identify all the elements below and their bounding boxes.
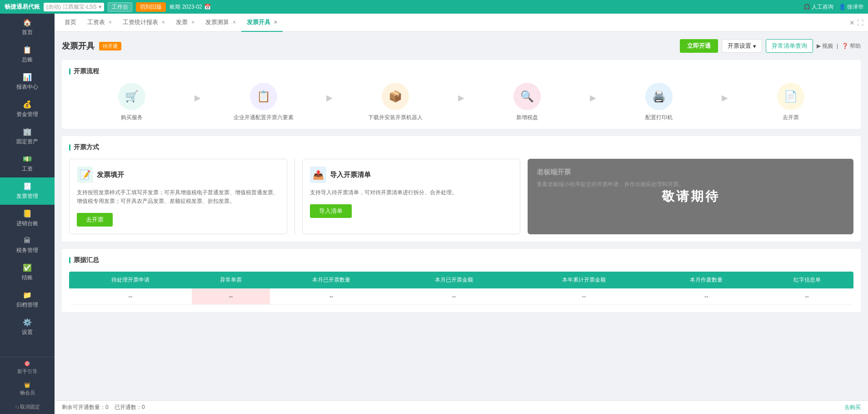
sidebar-item-archive[interactable]: 📁 归档管理 — [0, 286, 55, 313]
archive-icon: 📁 — [23, 291, 32, 299]
tab-invoice-calc[interactable]: 发票测算 × — [200, 14, 241, 32]
sidebar-label-home: 首页 — [22, 29, 33, 36]
sidebar-label-tax: 税务管理 — [16, 247, 38, 254]
sidebar-label-assets: 固定资产 — [16, 138, 38, 146]
billing-methods-section: 开票方式 📝 发票填开 支持按照发票样式手工填写开发票；可开具增值税电子普通发票… — [62, 136, 861, 242]
headset-icon: 🎧 — [803, 4, 810, 10]
sidebar-item-funds[interactable]: 💰 资金管理 — [0, 96, 55, 123]
assets-icon: 🏢 — [23, 127, 32, 136]
sidebar-item-member[interactable]: 👑 畅会员 — [0, 379, 55, 400]
customer-service-btn[interactable]: 🎧 人工咨询 — [803, 3, 833, 11]
settings-icon: ⚙️ — [23, 318, 32, 327]
manual-invoice-title: 发票填开 — [97, 171, 124, 179]
cell-void-count: -- — [653, 288, 760, 305]
tab-payroll-report[interactable]: 工资统计报表 × — [117, 14, 170, 32]
salary-icon: 💵 — [23, 155, 32, 163]
import-invoice-desc: 支持导入待开票清单，可对待开票清单进行拆分、合并处理。 — [310, 188, 513, 197]
col-red-note: 红字信息单 — [760, 272, 853, 288]
sidebar-item-home[interactable]: 🏠 首页 — [0, 14, 55, 41]
boss-terminal-card: 老板端开票 查看老板端小程序提交的开票申请，并作出相应处理和开票。 敬请期待 — [528, 159, 853, 234]
col-void-count: 本月作废数量 — [653, 272, 760, 288]
col-abnormal: 异常单票 — [192, 272, 270, 288]
avatar-icon: 👤 — [839, 4, 846, 10]
tab-invoice-issue[interactable]: 发票开具 × — [241, 14, 283, 32]
sidebar-label-salary: 工资 — [22, 165, 33, 173]
tab-invoice[interactable]: 发票 × — [170, 14, 200, 32]
sidebar-item-salary[interactable]: 💵 工资 — [0, 150, 55, 177]
buy-service-icon[interactable]: 🛒 — [118, 83, 145, 110]
taxbox-icon[interactable]: 🔍 — [514, 83, 541, 110]
sidebar-label-purchase-ledger: 进销台账 — [16, 220, 38, 227]
sidebar-unpin-btn[interactable]: ↑↓取消固定 — [0, 400, 55, 414]
close-tab-invoice-issue[interactable]: × — [274, 19, 277, 25]
manual-invoice-desc: 支持按照发票样式手工填写开发票；可开具增值税电子普通发票、增值税普通发票、增值税… — [77, 188, 279, 206]
stats-table: 待处理开票申请 异常单票 本月已开票数量 本月已开票金额 本年累计开票金额 本月… — [69, 272, 853, 305]
bottom-bar: 剩余可开通数量：0 已开通数：0 去购买 — [55, 400, 868, 414]
restore-tabs-btn[interactable]: ⛶ — [857, 19, 863, 26]
guide-icon: 🎯 — [24, 361, 30, 367]
import-invoice-title: 导入开票清单 — [330, 171, 371, 179]
workspace-btn[interactable]: 工作台 — [108, 2, 132, 12]
billing-flow-section: 开票流程 🛒 购买服务 ▶ 📋 企业开通配置开票六要素 ▶ 📦 下载并安装开 — [62, 60, 861, 129]
user-avatar[interactable]: 👤 徐泽华 — [839, 3, 863, 11]
tab-home[interactable]: 首页 — [59, 14, 82, 32]
sidebar-item-closing[interactable]: ✅ 结账 — [0, 259, 55, 286]
download-label: 下载并安装开票机器人 — [368, 114, 423, 121]
bottom-quota-info: 剩余可开通数量：0 已开通数：0 — [62, 404, 145, 411]
abnormal-query-btn[interactable]: 异常清单查询 — [766, 39, 813, 53]
sidebar-item-settings[interactable]: ⚙️ 设置 — [0, 313, 55, 341]
sidebar-item-ledger[interactable]: 📋 总账 — [0, 41, 55, 68]
immediate-open-btn[interactable]: 立即开通 — [680, 39, 718, 53]
taxbox-label: 新增税盘 — [516, 114, 538, 121]
cell-pending[interactable]: -- — [69, 288, 192, 305]
closing-icon: ✅ — [23, 263, 32, 272]
close-tab-invoice[interactable]: × — [191, 19, 195, 25]
import-list-btn[interactable]: 导入清单 — [310, 204, 352, 218]
close-tab-payroll[interactable]: × — [109, 19, 112, 25]
flow-step-printer: 🖨️ 配置打印机 — [596, 83, 722, 121]
calendar-icon[interactable]: 📅 — [204, 4, 211, 10]
company-name: 江西服宝-LSS — [63, 3, 97, 11]
sidebar-item-tax[interactable]: 🏛 税务管理 — [0, 232, 55, 259]
sidebar-item-guide[interactable]: 🎯 新手引导 — [0, 357, 55, 379]
flow-step-taxbox: 🔍 新增税盘 — [464, 83, 590, 121]
sidebar-bottom: 🎯 新手引导 👑 畅会员 ↑↓取消固定 — [0, 357, 55, 414]
billing-flow-title: 开票流程 — [69, 67, 853, 76]
printer-icon[interactable]: 🖨️ — [645, 83, 673, 110]
sidebar-item-purchase-ledger[interactable]: 📒 进销台账 — [0, 205, 55, 232]
close-tab-payroll-report[interactable]: × — [162, 19, 165, 25]
sidebar-item-assets[interactable]: 🏢 固定资产 — [0, 123, 55, 150]
config-icon[interactable]: 📋 — [250, 83, 277, 110]
manual-invoice-icon: 📝 — [77, 167, 93, 183]
cell-month-amount: -- — [393, 288, 515, 305]
remaining-quota: 剩余可开通数量：0 — [62, 404, 109, 410]
view-btn[interactable]: ▶ 视频 — [817, 42, 833, 50]
coming-soon-overlay: 敬请期待 — [528, 159, 853, 234]
sidebar-item-invoice[interactable]: 🧾 发票管理 — [0, 177, 55, 205]
col-month-amount: 本月已开票金额 — [393, 272, 515, 288]
buy-more-link[interactable]: 去购买 — [844, 404, 861, 411]
go-issue-btn[interactable]: 去开票 — [77, 213, 113, 227]
old-version-btn[interactable]: 切到旧版 — [136, 2, 166, 12]
flow-step-config: 📋 企业开通配置开票六要素 — [201, 83, 326, 121]
sidebar-item-reports[interactable]: 📊 报表中心 — [0, 68, 55, 96]
sidebar-label-invoice: 发票管理 — [16, 192, 38, 200]
tab-payroll[interactable]: 工资表 × — [82, 14, 117, 32]
col-month-count: 本月已开票数量 — [270, 272, 393, 288]
tax-icon: 🏛 — [24, 237, 31, 245]
open-settings-btn[interactable]: 开票设置 ▾ — [722, 39, 762, 53]
stats-title: 票据汇总 — [69, 256, 853, 264]
tab-actions: ✕ ⛶ — [849, 19, 863, 26]
stats-table-header: 待处理开票申请 异常单票 本月已开票数量 本月已开票金额 本年累计开票金额 本月… — [69, 272, 853, 288]
help-btn[interactable]: ❓ 帮助 — [842, 42, 861, 50]
close-all-tabs-btn[interactable]: ✕ — [849, 19, 855, 26]
sidebar: 🏠 首页 📋 总账 📊 报表中心 💰 资金管理 🏢 固定资产 💵 工资 🧾 发票… — [0, 14, 55, 414]
billing-divider-1 — [294, 159, 295, 234]
close-tab-invoice-calc[interactable]: × — [233, 19, 236, 25]
download-icon[interactable]: 📦 — [382, 83, 409, 110]
cell-month-count: -- — [270, 288, 393, 305]
top-bar-right: 🎧 人工咨询 👤 徐泽华 — [803, 3, 863, 11]
cell-abnormal[interactable]: -- — [192, 288, 270, 305]
company-selector[interactable]: (勿动) 江西服宝-LSS ▾ — [44, 3, 104, 11]
issue-invoice-icon[interactable]: 📄 — [777, 83, 804, 110]
